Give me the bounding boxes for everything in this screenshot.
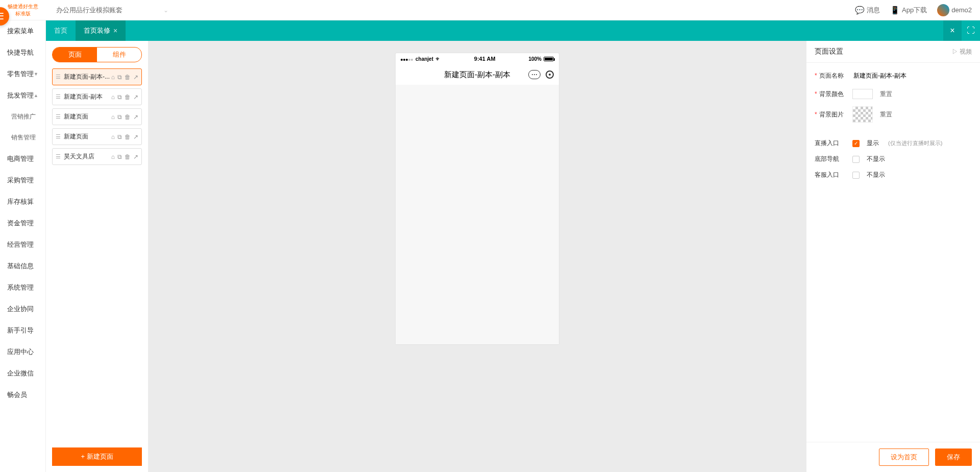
close-all-button[interactable]: × — [943, 20, 962, 41]
page-row[interactable]: ☰ 昊天文具店 ⌂⧉🗑↗ — [52, 148, 142, 165]
bg-image-reset[interactable]: 重置 — [880, 110, 892, 119]
drag-handle-icon[interactable]: ☰ — [56, 153, 61, 160]
home-icon[interactable]: ⌂ — [111, 133, 115, 140]
drag-handle-icon[interactable]: ☰ — [56, 133, 61, 140]
page-row-name: 新建页面-副本 — [64, 92, 111, 101]
page-row-name: 新建页面 — [64, 132, 111, 141]
more-icon[interactable]: ⋯ — [528, 70, 541, 79]
avatar — [937, 4, 949, 16]
phone-preview: chanjet ᯤ 9:41 AM 100% 新建页面-副本-副本 ⋯ — [396, 53, 559, 344]
delete-icon[interactable]: 🗑 — [125, 133, 131, 140]
bg-color-reset[interactable]: 重置 — [880, 90, 892, 99]
page-list: ☰ 新建页面-副本-... ⌂ ⧉ 🗑 ↗ ☰ 新建页面-副本 ⌂⧉🗑↗ — [52, 68, 142, 447]
sidebar-item-operations[interactable]: 经营管理 — [0, 234, 45, 255]
phone-body — [396, 85, 559, 344]
sidebar-item-marketing[interactable]: 营销推广 — [0, 106, 45, 127]
copy-icon[interactable]: ⧉ — [117, 113, 122, 121]
sidebar-item-search[interactable]: 搜索菜单 — [0, 20, 45, 42]
sidebar-item-sales[interactable]: 销售管理 — [0, 127, 45, 148]
status-bar: chanjet ᯤ 9:41 AM 100% — [396, 53, 559, 64]
sidebar-item-system[interactable]: 系统管理 — [0, 277, 45, 298]
page-row-name: 新建页面-副本-... — [64, 73, 111, 81]
target-icon[interactable] — [546, 70, 554, 79]
messages-label: 消息 — [867, 6, 880, 15]
tab-home[interactable]: 首页 — [46, 20, 76, 41]
drag-handle-icon[interactable]: ☰ — [56, 93, 61, 100]
settings-panel: ☰ 页面设置 ▷ 视频 *页面名称 *背景颜色 重置 — [806, 41, 980, 472]
live-entry-note: (仅当进行直播时展示) — [888, 139, 942, 147]
sidebar-item-basicinfo[interactable]: 基础信息 — [0, 255, 45, 277]
sidebar-item-collab[interactable]: 企业协同 — [0, 298, 45, 320]
share-icon[interactable]: ↗ — [133, 133, 138, 140]
sidebar-item-vip[interactable]: 畅会员 — [0, 384, 45, 406]
delete-icon[interactable]: 🗑 — [125, 153, 131, 160]
sidebar-item-guide[interactable]: 新手引导 — [0, 320, 45, 341]
new-page-button[interactable]: + 新建页面 — [52, 447, 142, 466]
sidebar-item-quicknav[interactable]: 快捷导航 — [0, 42, 45, 63]
download-label: App下载 — [902, 6, 927, 15]
delete-icon[interactable]: 🗑 — [125, 74, 131, 81]
save-button[interactable]: 保存 — [935, 449, 972, 466]
kefu-checkbox[interactable] — [852, 172, 860, 179]
share-icon[interactable]: ↗ — [133, 93, 138, 101]
share-icon[interactable]: ↗ — [133, 113, 138, 121]
bg-image-picker[interactable] — [852, 106, 873, 123]
user-menu[interactable]: demo2 — [937, 4, 972, 16]
copy-icon[interactable]: ⧉ — [117, 93, 122, 101]
copy-icon[interactable]: ⧉ — [117, 153, 122, 160]
bottom-nav-label: 底部导航 — [815, 155, 845, 163]
page-row[interactable]: ☰ 新建页面 ⌂⧉🗑↗ — [52, 108, 142, 125]
messages-link[interactable]: 💬 消息 — [855, 6, 880, 15]
share-icon[interactable]: ↗ — [133, 153, 138, 160]
caret-down-icon: ▼ — [34, 72, 38, 77]
home-icon[interactable]: ⌂ — [111, 153, 115, 160]
chevron-down-icon[interactable]: ⌄ — [163, 7, 168, 14]
drag-handle-icon[interactable]: ☰ — [56, 113, 61, 120]
user-name: demo2 — [951, 6, 972, 14]
live-entry-checkbox[interactable]: ✓ — [852, 140, 860, 147]
wifi-icon: ᯤ — [435, 56, 441, 62]
home-icon[interactable]: ⌂ — [111, 113, 115, 121]
set-home-button[interactable]: 设为首页 — [879, 449, 929, 466]
settings-title: 页面设置 — [815, 47, 843, 56]
signal-icon — [401, 56, 413, 62]
page-row[interactable]: ☰ 新建页面 ⌂⧉🗑↗ — [52, 128, 142, 145]
bg-color-label: 背景颜色 — [819, 90, 844, 98]
sidebar-item-retail[interactable]: 零售管理▼ — [0, 63, 45, 85]
page-name-input[interactable] — [852, 70, 972, 82]
home-icon[interactable]: ⌂ — [111, 93, 115, 101]
sidebar-item-ecommerce[interactable]: 电商管理 — [0, 148, 45, 170]
bottom-nav-hide-label: 不显示 — [867, 155, 885, 163]
delete-icon[interactable]: 🗑 — [125, 113, 131, 121]
bg-color-swatch[interactable] — [852, 89, 873, 99]
app-download-link[interactable]: 📱 App下载 — [890, 6, 927, 15]
battery-icon — [544, 57, 554, 61]
home-icon[interactable]: ⌂ — [111, 74, 115, 81]
delete-icon[interactable]: 🗑 — [125, 93, 131, 101]
page-row-name: 昊天文具店 — [64, 152, 111, 161]
sidebar-item-finance[interactable]: 资金管理 — [0, 213, 45, 234]
copy-icon[interactable]: ⧉ — [117, 133, 122, 140]
bottom-nav-checkbox[interactable] — [852, 156, 860, 163]
sidebar-item-appcenter[interactable]: 应用中心 — [0, 341, 45, 363]
app-name-selector[interactable]: 办公用品行业模拟账套 — [56, 6, 122, 15]
share-icon[interactable]: ↗ — [133, 74, 138, 81]
page-row-name: 新建页面 — [64, 112, 111, 121]
bg-image-label: 背景图片 — [819, 111, 844, 118]
canvas-wrap: chanjet ᯤ 9:41 AM 100% 新建页面-副本-副本 ⋯ — [148, 41, 806, 472]
seg-page[interactable]: 页面 — [53, 48, 97, 62]
live-entry-label: 直播入口 — [815, 139, 845, 148]
sidebar-item-wechat[interactable]: 企业微信 — [0, 363, 45, 384]
copy-icon[interactable]: ⧉ — [117, 74, 122, 81]
seg-component[interactable]: 组件 — [97, 48, 141, 62]
sidebar-item-wholesale[interactable]: 批发管理▲ — [0, 85, 45, 106]
drag-handle-icon[interactable]: ☰ — [56, 74, 61, 80]
sidebar-item-purchase[interactable]: 采购管理 — [0, 170, 45, 191]
sidebar-item-stock[interactable]: 库存核算 — [0, 191, 45, 213]
tab-close-icon[interactable]: × — [113, 27, 117, 35]
page-row[interactable]: ☰ 新建页面-副本-... ⌂ ⧉ 🗑 ↗ — [52, 68, 142, 85]
page-row[interactable]: ☰ 新建页面-副本 ⌂⧉🗑↗ — [52, 88, 142, 105]
video-link[interactable]: ▷ 视频 — [952, 48, 972, 56]
tab-decoration[interactable]: 首页装修 × — [76, 20, 126, 41]
fullscreen-button[interactable]: ⛶ — [962, 20, 980, 41]
